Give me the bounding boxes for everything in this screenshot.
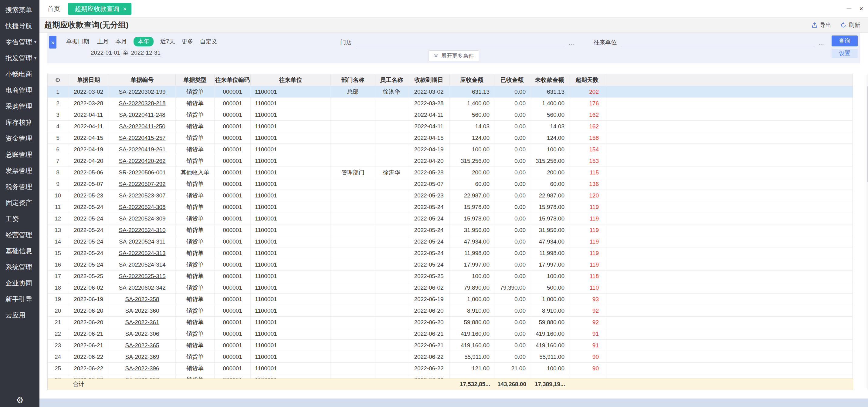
sidebar-item-8[interactable]: 资金管理 — [0, 130, 39, 146]
doc-link[interactable]: SA-20220524-309 — [119, 215, 165, 222]
doc-link[interactable]: SA-20220523-307 — [119, 192, 165, 199]
customer-input[interactable] — [621, 38, 815, 47]
tab-close-icon[interactable]: × — [123, 5, 127, 12]
table-row[interactable]: 202022-06-20SA-2022-360销货单00000111000012… — [48, 305, 852, 317]
table-row[interactable]: 232022-06-21SA-2022-365销货单00000111000012… — [48, 340, 852, 351]
sidebar-item-5[interactable]: 电商管理 — [0, 82, 39, 98]
doc-link[interactable]: SA-2022-358 — [125, 296, 159, 303]
sidebar-item-16[interactable]: 系统管理 — [0, 259, 39, 275]
date-to-input[interactable]: 2022-12-31 — [130, 49, 161, 57]
table-row[interactable]: 12022-03-02SA-20220302-199销货单00000111000… — [48, 86, 852, 98]
doc-link[interactable]: SA-2022-361 — [125, 319, 159, 326]
doc-link[interactable]: SA-20220419-261 — [119, 146, 165, 153]
store-picker-button[interactable]: … — [568, 40, 574, 47]
sidebar-item-17[interactable]: 企业协同 — [0, 275, 39, 291]
vertical-scrollbar[interactable] — [866, 74, 868, 390]
sidebar-item-4[interactable]: 小畅电商 — [0, 66, 39, 82]
doc-link[interactable]: SA-20220524-310 — [119, 227, 165, 234]
sidebar-item-19[interactable]: 云应用 — [0, 307, 39, 323]
sidebar-item-1[interactable]: 快捷导航 — [0, 18, 39, 34]
table-row[interactable]: 182022-06-02SA-20220602-342销货单0000011100… — [48, 282, 852, 294]
table-row[interactable]: 192022-06-19SA-2022-358销货单00000111000012… — [48, 294, 852, 305]
date-option-1[interactable]: 本月 — [115, 38, 127, 45]
date-option-3[interactable]: 近7天 — [160, 38, 175, 45]
table-row[interactable]: 42022-04-11SA-20220411-250销货单00000111000… — [48, 121, 852, 132]
doc-link[interactable]: SA-20220524-314 — [119, 262, 165, 268]
date-range[interactable]: 2022-01-01 至 2022-12-31 — [90, 49, 161, 57]
table-row[interactable]: 62022-04-19SA-20220419-261销货单00000111000… — [48, 144, 852, 155]
sidebar-item-7[interactable]: 库存核算 — [0, 114, 39, 130]
doc-link[interactable]: SA-20220524-311 — [119, 238, 165, 245]
minimize-icon[interactable]: ─ — [847, 5, 851, 13]
doc-link[interactable]: SA-2022-369 — [125, 353, 159, 360]
sidebar-item-15[interactable]: 基础信息 — [0, 243, 39, 259]
table-row[interactable]: 142022-05-24SA-20220524-311销货单0000011100… — [48, 236, 852, 247]
refresh-button[interactable]: 刷新 — [840, 21, 860, 29]
table-row[interactable]: 92022-05-07SA-20220507-292销货单00000111000… — [48, 178, 852, 190]
date-option-2[interactable]: 本年 — [133, 37, 154, 46]
store-input[interactable] — [356, 38, 565, 47]
customer-picker-button[interactable]: … — [818, 40, 824, 47]
table-row[interactable]: 102022-05-23SA-20220523-307销货单0000011100… — [48, 190, 852, 201]
sidebar-item-10[interactable]: 发票管理 — [0, 163, 39, 179]
table-row[interactable]: 112022-05-24SA-20220524-308销货单0000011100… — [48, 201, 852, 213]
table-row[interactable]: 212022-06-20SA-2022-361销货单00000111000012… — [48, 317, 852, 328]
doc-link[interactable]: SA-2022-360 — [125, 308, 159, 314]
scrollbar-thumb[interactable] — [867, 86, 868, 182]
settings-gear-icon[interactable]: ⚙ — [0, 395, 39, 405]
sidebar-item-3[interactable]: 批发管理▼ — [0, 50, 39, 66]
table-row[interactable]: 52022-04-15SA-20220415-257销货单00000111000… — [48, 132, 852, 144]
sidebar-item-12[interactable]: 固定资产 — [0, 195, 39, 211]
table-row[interactable]: 72022-04-20SA-20220420-262销货单00000111000… — [48, 155, 852, 167]
table-row[interactable]: 162022-05-24SA-20220524-314销货单0000011100… — [48, 259, 852, 271]
export-button[interactable]: 导出 — [811, 21, 831, 29]
doc-link[interactable]: SA-20220302-199 — [119, 89, 165, 95]
collapse-filter-button[interactable]: » — [49, 36, 57, 48]
doc-link[interactable]: SA-2022-306 — [125, 331, 159, 337]
expand-more-conditions-button[interactable]: 展开更多条件 — [429, 50, 479, 61]
doc-link[interactable]: SA-20220602-342 — [119, 284, 165, 291]
doc-link[interactable]: SA-2022-397 — [125, 377, 159, 379]
filter-settings-button[interactable]: 设置 — [832, 49, 858, 58]
table-row[interactable]: 152022-05-24SA-20220524-313销货单0000011100… — [48, 247, 852, 259]
table-row[interactable]: 252022-06-22SA-2022-396销货单00000111000012… — [48, 363, 852, 374]
date-from-input[interactable]: 2022-01-01 — [90, 49, 121, 57]
doc-link[interactable]: SA-20220524-308 — [119, 204, 165, 210]
doc-link[interactable]: SA-2022-396 — [125, 365, 159, 372]
table-row[interactable]: 262022-06-23SA-2022-397销货单00000111000012… — [48, 374, 852, 378]
doc-link[interactable]: SA-20220524-313 — [119, 250, 165, 257]
doc-link[interactable]: SA-20220328-218 — [119, 100, 165, 107]
sidebar-item-11[interactable]: 税务管理 — [0, 179, 39, 195]
tab-overdue-receivables[interactable]: 超期应收款查询 × — [68, 3, 131, 15]
sidebar-item-14[interactable]: 经营管理 — [0, 227, 39, 243]
sidebar-item-0[interactable]: 搜索菜单 — [0, 2, 39, 18]
doc-link[interactable]: SA-20220415-257 — [119, 135, 165, 141]
table-row[interactable]: 22022-03-28SA-20220328-218销货单00000111000… — [48, 98, 852, 109]
doc-link[interactable]: SR-20220506-001 — [119, 169, 166, 176]
table-row[interactable]: 172022-05-25SA-20220525-315销货单0000011100… — [48, 271, 852, 282]
table-row[interactable]: 242022-06-22SA-2022-369销货单00000111000012… — [48, 351, 852, 363]
table-row[interactable]: 32022-04-11SA-20220411-248销货单00000111000… — [48, 109, 852, 121]
close-icon[interactable]: × — [859, 5, 863, 13]
doc-link[interactable]: SA-20220411-250 — [119, 123, 165, 130]
date-option-0[interactable]: 上月 — [97, 38, 108, 45]
sidebar-item-9[interactable]: 总账管理 — [0, 146, 39, 163]
date-option-4[interactable]: 更多 — [182, 38, 193, 45]
table-row[interactable]: 122022-05-24SA-20220524-309销货单0000011100… — [48, 213, 852, 225]
doc-link[interactable]: SA-2022-365 — [125, 342, 159, 349]
sidebar-item-13[interactable]: 工资 — [0, 211, 39, 227]
column-settings-gear-icon[interactable]: ⚙ — [48, 74, 68, 86]
doc-link[interactable]: SA-20220420-262 — [119, 158, 165, 164]
query-button[interactable]: 查询 — [832, 35, 858, 46]
date-option-5[interactable]: 自定义 — [200, 38, 217, 45]
table-row[interactable]: 222022-06-21SA-2022-306销货单00000111000012… — [48, 328, 852, 340]
sidebar-item-6[interactable]: 采购管理 — [0, 98, 39, 114]
doc-link[interactable]: SA-20220507-292 — [119, 181, 165, 188]
tab-home[interactable]: 首页 — [46, 5, 68, 13]
sidebar-item-2[interactable]: 零售管理▼ — [0, 34, 39, 50]
doc-link[interactable]: SA-20220411-248 — [119, 112, 165, 118]
table-row[interactable]: 82022-05-06SR-20220506-001其他收入单000001110… — [48, 167, 852, 178]
sidebar-item-18[interactable]: 新手引导 — [0, 291, 39, 307]
doc-link[interactable]: SA-20220525-315 — [119, 273, 165, 280]
table-row[interactable]: 132022-05-24SA-20220524-310销货单0000011100… — [48, 225, 852, 236]
